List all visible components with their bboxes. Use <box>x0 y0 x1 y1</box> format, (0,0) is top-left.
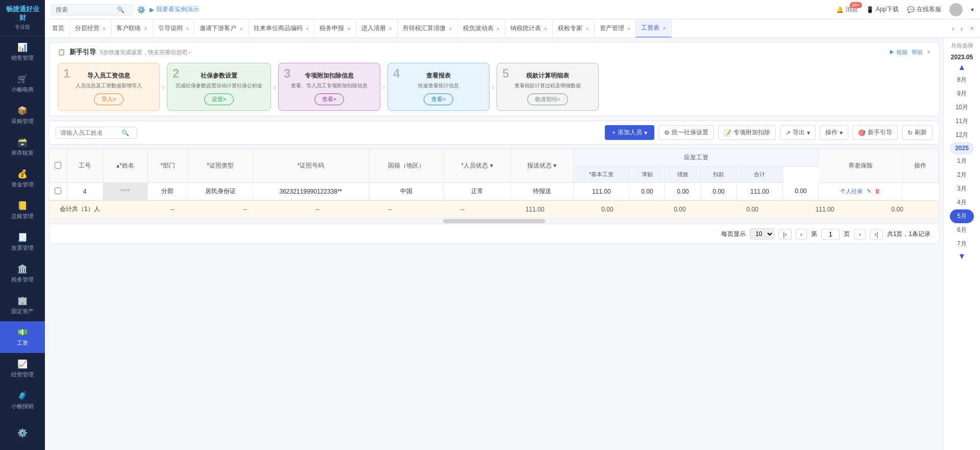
tab-home[interactable]: 首页 <box>47 19 70 38</box>
sidebar-item-finance[interactable]: 💰 资金管理 <box>0 163 45 195</box>
guide-close-btn[interactable]: × <box>927 49 930 56</box>
select-all-checkbox[interactable] <box>55 162 61 169</box>
step-btn-2[interactable]: 设置> <box>204 93 234 105</box>
unified-settings-btn[interactable]: ⚙ 统一社保设置 <box>658 125 714 140</box>
month-item-9[interactable]: 9月 <box>950 87 974 101</box>
tab-close-tax_calc[interactable]: × <box>449 26 452 32</box>
employee-search-box[interactable]: 🔍 <box>56 127 137 139</box>
employee-search-input[interactable] <box>60 129 121 136</box>
tab-product_code[interactable]: 往来单位商品编码× <box>249 19 314 38</box>
month-item-12[interactable]: 12月 <box>950 128 974 142</box>
add-employee-btn[interactable]: + 添加人员 ▾ <box>605 125 654 140</box>
op-social-link[interactable]: 个人社保 <box>840 188 863 194</box>
tab-close-tax_expert[interactable]: × <box>585 26 589 32</box>
op-edit-icon[interactable]: ✎ <box>867 188 871 194</box>
page-size-select[interactable]: 10 20 50 <box>750 228 774 240</box>
month-item-1[interactable]: 1月 <box>950 154 974 168</box>
message-btn[interactable]: 🔔 消息 99+ <box>836 5 858 14</box>
operations-btn[interactable]: 操作 ▾ <box>820 125 848 140</box>
month-item-2[interactable]: 2月 <box>950 168 974 182</box>
tab-close-guide_tab[interactable]: × <box>186 26 189 32</box>
tab-close-asset_mgmt[interactable]: × <box>627 26 630 32</box>
tab-clearance[interactable]: 进入清册× <box>356 19 398 38</box>
sidebar-item-settings[interactable]: ⚙️ <box>15 424 30 444</box>
tab-partition[interactable]: 分层经营× <box>70 19 111 38</box>
tab-close-all-btn[interactable]: × <box>966 25 978 32</box>
month-item-3[interactable]: 3月 <box>950 182 974 196</box>
tab-tax_calc[interactable]: 所得税汇算清缴× <box>398 19 457 38</box>
special-deduction-btn[interactable]: 📝 专项附加扣除 <box>718 125 776 140</box>
month-down-btn[interactable]: ▼ <box>957 251 967 262</box>
month-item-7[interactable]: 7月 <box>950 237 974 251</box>
horizontal-scrollbar[interactable] <box>50 218 939 224</box>
sidebar-item-assets[interactable]: 🏢 固定资产 <box>0 290 45 321</box>
topbar-search-box[interactable]: 🔍 <box>51 4 133 15</box>
tab-tax_refund[interactable]: 税负波动表× <box>458 19 505 38</box>
step-btn-4[interactable]: 查看> <box>424 93 453 105</box>
sidebar-item-ledger[interactable]: 📒 总账管理 <box>0 195 45 226</box>
tab-tax_stat[interactable]: 纳税统计表× <box>505 19 553 38</box>
topbar-gear-icon[interactable]: ⚙️ <box>137 6 145 14</box>
export-icon: ↗ <box>786 129 791 136</box>
tab-guide_tab[interactable]: 引导说明× <box>153 19 194 38</box>
new-guide-btn[interactable]: 🎯 新手引导 <box>852 125 898 140</box>
first-page-btn[interactable]: |‹ <box>778 229 792 240</box>
step-btn-1[interactable]: 导入> <box>94 93 124 105</box>
row-checkbox[interactable] <box>55 187 61 194</box>
month-up-btn[interactable]: ▲ <box>957 62 967 73</box>
refresh-btn[interactable]: ↻ 刷新 <box>902 125 933 140</box>
user-avatar[interactable] <box>949 3 963 16</box>
online-service-btn[interactable]: 💬 在线客服 <box>907 5 941 14</box>
month-item-10[interactable]: 10月 <box>950 101 974 114</box>
tab-close-invite[interactable]: × <box>239 26 242 32</box>
sidebar-item-sales[interactable]: 📊 销售管理 <box>0 36 45 68</box>
step-btn-5[interactable]: 敬请期待> <box>527 93 568 105</box>
last-page-btn[interactable]: ›| <box>870 229 883 240</box>
op-delete-icon[interactable]: 🗑 <box>875 188 880 194</box>
sidebar-item-purchase[interactable]: 📦 采购管理 <box>0 100 45 131</box>
tab-close-tax_report[interactable]: × <box>347 26 350 32</box>
tab-next-btn[interactable]: › <box>958 25 966 33</box>
guide-help-btn[interactable]: 帮助 <box>912 49 923 56</box>
tab-close-product_code[interactable]: × <box>306 26 309 32</box>
prev-page-btn[interactable]: ‹ <box>796 229 807 240</box>
tab-close-salary_tab[interactable]: × <box>663 25 666 31</box>
sidebar-item-invoice[interactable]: 🧾 发票管理 <box>0 226 45 258</box>
sidebar-item-salary[interactable]: 💵 工资 <box>0 321 45 353</box>
page-number-input[interactable] <box>821 229 840 240</box>
topbar-search-input[interactable] <box>56 6 117 13</box>
sidebar-item-marketing[interactable]: 🧳 小畅报销 <box>0 385 45 416</box>
tab-salary_tab[interactable]: 工资表× <box>636 19 671 38</box>
user-name-btn[interactable]: ▾ <box>971 6 974 13</box>
step-btn-3[interactable]: 查看> <box>314 93 344 105</box>
next-page-btn[interactable]: › <box>854 229 865 240</box>
month-item-5[interactable]: 5月 <box>950 209 974 223</box>
sidebar-item-tax[interactable]: 🏛️ 税务管理 <box>0 258 45 290</box>
tab-invite[interactable]: 邀请下游客户× <box>194 19 248 38</box>
month-item-6[interactable]: 6月 <box>950 223 974 237</box>
tab-tax_report[interactable]: 税务申报× <box>314 19 356 38</box>
guide-video-btn[interactable]: ▶ 视频 <box>889 49 908 56</box>
app-download-btn[interactable]: 📱 App下载 <box>866 5 899 14</box>
sidebar-item-inventory[interactable]: 🗃️ 库存核算 <box>0 131 45 163</box>
sidebar-item-ecommerce[interactable]: 🛒 小畅电商 <box>0 68 45 100</box>
month-item-11[interactable]: 11月 <box>950 114 974 128</box>
sidebar-item-operations[interactable]: 📈 经营管理 <box>0 353 45 385</box>
topbar-demo-btn[interactable]: ▶ 我要看实例演示 <box>150 5 199 14</box>
salary-icon: 💵 <box>17 327 28 337</box>
tab-close-customer[interactable]: × <box>144 26 147 32</box>
tab-tax_expert[interactable]: 税检专家× <box>553 19 594 38</box>
tab-close-tax_stat[interactable]: × <box>544 26 547 32</box>
month-item-4[interactable]: 4月 <box>950 196 974 209</box>
export-btn[interactable]: ↗ 导出 ▾ <box>780 125 816 140</box>
month-item-year2025[interactable]: 2025 <box>950 142 974 154</box>
tab-prev-btn[interactable]: ‹ <box>949 25 958 33</box>
tab-asset_mgmt[interactable]: 资产管理× <box>595 19 636 38</box>
tab-customer[interactable]: 客户联络× <box>111 19 153 38</box>
cell-performance: 0.00 <box>665 183 701 200</box>
tab-close-clearance[interactable]: × <box>389 26 392 32</box>
tab-close-tax_refund[interactable]: × <box>497 26 500 32</box>
tab-close-partition[interactable]: × <box>103 26 106 32</box>
month-item-8[interactable]: 8月 <box>950 73 974 87</box>
invoice-icon: 🧾 <box>17 232 28 242</box>
